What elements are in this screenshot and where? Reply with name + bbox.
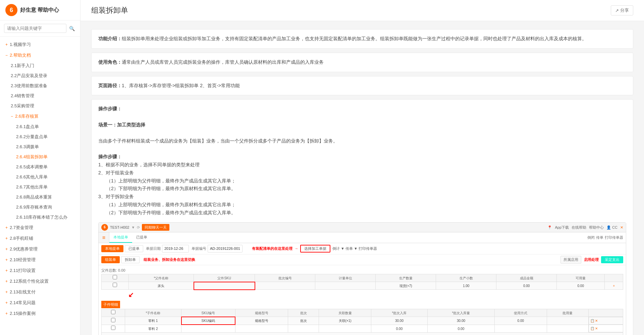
search-box: 🔍 [0, 20, 80, 37]
sidebar-item-2-6-7[interactable]: 2.6.7其他出库单 [0, 182, 80, 192]
expand-icon: + [5, 225, 8, 230]
ss-td-action[interactable]: + [605, 282, 623, 290]
logo-icon: 6 [5, 4, 17, 16]
sidebar-item-2-6[interactable]: − 2.6库存核算 [0, 111, 80, 122]
ss-btd-rel2 [319, 325, 371, 333]
ss-btd-action2[interactable]: 📋✕ [589, 325, 623, 332]
sidebar-item-2-6-3[interactable]: 2.6.3调拨单 [0, 142, 80, 152]
ss-disassemble-btn[interactable]: 拆卸单 [121, 256, 140, 263]
ss-date-label: 单据日期 [146, 245, 161, 252]
sidebar-item-2-7[interactable]: + 2.7资金管理 [0, 222, 80, 233]
sidebar-item-2-15[interactable]: + 2.15操作案例 [0, 308, 80, 319]
expand-icon: + [5, 279, 8, 284]
ss-tab-action-label2: 传单 [596, 234, 603, 241]
ss-bth-action [588, 309, 623, 317]
role-text: 使用角色：通常由生产人员或库管人员完成拆装业务的操作，库管人员确认原材料的出库和… [98, 58, 626, 66]
sidebar-item-2-12[interactable]: + 2.12系统个性化设置 [0, 276, 80, 287]
role-label: 使用角色： [98, 59, 122, 65]
ss-cancel-btn[interactable]: 已提单 [125, 245, 143, 252]
ss-btd-inqty: 30.00 [428, 317, 495, 325]
intro-label: 功能介绍： [98, 36, 122, 41]
ss-empty-row3 [102, 333, 623, 335]
sidebar-item-2-6-2[interactable]: 2.6.2分量盘点单 [0, 132, 80, 142]
sidebar-item-docs[interactable]: − 2.帮助文档 [0, 50, 80, 61]
ss-orange-btn: 同期聊天一天 [142, 224, 169, 231]
sidebar-item-2-6-10[interactable]: 2.6.10库存账本错了怎么办 [0, 212, 80, 222]
sidebar-item-2-8[interactable]: + 2.8手机旺铺 [0, 233, 80, 244]
sidebar-item-label: 2.12系统个性化设置 [10, 278, 49, 284]
ss-sidebar-icon: ≡ [99, 232, 109, 243]
ss-btd-action[interactable]: 📋✕ [589, 317, 623, 325]
sidebar-item-2-6-9[interactable]: 2.6.9库存账本查询 [0, 202, 80, 212]
step3: 3、对于拆卸业务 [98, 193, 626, 201]
ss-tab-action-label3: 打印传单器 [605, 234, 623, 241]
step1: 1、根据不同的业务，选择不同单据的类型来处理 [98, 161, 626, 169]
search-input[interactable] [4, 24, 66, 33]
sidebar-item-2-11[interactable]: + 2.11打印设置 [0, 265, 80, 276]
ss-process-btn[interactable]: 选择加工单据 [300, 245, 330, 253]
sidebar-item-2-3[interactable]: 2.3使用前数据准备 [0, 81, 80, 91]
step3-1: （1）上部明细为父件明细，最终作为原材料生成其它出库单； [98, 201, 626, 209]
screenshot-inner: 6 TEST-H002 ▼ ⟳ 同期聊天一天 📍 App下载 在线帮助 帮助中心… [99, 223, 626, 335]
path-label: 页面路径： [98, 83, 122, 88]
ss-tab-2[interactable]: 已提单 [132, 232, 151, 243]
ss-new-btn[interactable]: 本地提单 [101, 245, 123, 252]
sidebar-item-2-9[interactable]: + 2.9优惠券管理 [0, 244, 80, 255]
ss-td-checkbox [102, 282, 129, 290]
ss-row-check[interactable] [113, 283, 117, 287]
sidebar-item-2-2[interactable]: 2.2产品安装及登录 [0, 71, 80, 81]
path-text: 页面路径：1、库存核算->库存管理->组装拆卸单 2、首页->常用功能 [98, 82, 626, 90]
sidebar-item-2-14[interactable]: + 2.14常见问题 [0, 297, 80, 308]
expand-icon: + [5, 236, 8, 241]
ss-th-batch: 批次编号 [255, 274, 315, 282]
sidebar-item-label: 2.7资金管理 [10, 225, 33, 231]
ss-toolbar-btns: 本地提单 已提单 [101, 245, 143, 252]
share-button[interactable]: ↗ 分享 [611, 5, 633, 15]
ss-btd-inqty2: 0.00 [428, 325, 495, 333]
sidebar-item-2-6-6[interactable]: 2.6.6其他入库单 [0, 172, 80, 182]
sidebar-item-video[interactable]: + 1.视频学习 [0, 39, 80, 50]
ss-btd-check [102, 317, 125, 325]
table-row: 零料 1 SKU编码 规格型号 批次 关联(×1) 30.00 30.00 0.… [102, 317, 623, 325]
ss-toolbar: 本地提单 已提单 单据日期 2019-12-26 单据编号 AD-2019122… [99, 243, 626, 255]
share-label: 分享 [620, 7, 629, 13]
sidebar-item-2-6-5[interactable]: 2.6.5成本调整单 [0, 162, 80, 172]
ss-select-all[interactable] [113, 275, 117, 279]
ss-bth-in: *批次入库 [371, 309, 427, 317]
ss-bth-batchqty: 批用量 [547, 309, 588, 317]
sidebar-item-2-10[interactable]: + 2.10经营管理 [0, 255, 80, 265]
search-button[interactable]: 🔍 [68, 24, 76, 33]
table-row: 床头 现货(+7) 1.00 0.00 0.00 + [102, 282, 623, 290]
ss-date-value[interactable]: 2019-12-26 [162, 245, 189, 253]
ss-bselect-all[interactable] [111, 310, 115, 314]
ss-assemble-btn[interactable]: 组装单 [101, 256, 120, 263]
sidebar-item-2-4[interactable]: 2.4销售管理 [0, 91, 80, 101]
main-content: 组装拆卸单 ↗ 分享 功能介绍：组装拆卸单用来处理企业组装或拆卸等加工业务，支持… [80, 0, 644, 335]
ss-btd-rel: 关联(×1) [319, 317, 371, 325]
sidebar-item-label: 2.8手机旺铺 [10, 235, 33, 241]
ss-tab-1[interactable]: 本地提单 [109, 232, 132, 243]
ss-btd-name: 零料 1 [125, 317, 181, 325]
step2-1: （1）上部明细为父件明细，最终作为产成品生成其它入库单； [98, 177, 626, 185]
intro-body: 组装拆卸单用来处理企业组装或拆卸等加工业务，支持有固定装配清单的产品加工业务，也… [122, 36, 587, 41]
annotation3-text: 组装业务、拆卸业务在这里切换 [144, 257, 195, 263]
sidebar-item-2-5[interactable]: 2.5采购管理 [0, 101, 80, 111]
step2-2: （2）下部明细为子件明细，最终作为原材料生成其它出库单。 [98, 185, 626, 193]
step3-2: （2）下部明细为子件明细，最终作为产成品生成其它入库单。 [98, 209, 626, 217]
ss-confirm-btn[interactable]: 采定支出 [601, 256, 623, 263]
sidebar-item-2-6-4[interactable]: 2.6.4组装拆卸单 [0, 152, 80, 162]
expand-icon: + [5, 42, 8, 47]
ss-btd-batchqty [547, 317, 588, 325]
sidebar-item-2-6-1[interactable]: 2.6.1盘点单 [0, 122, 80, 132]
sidebar-item-2-6-8[interactable]: 2.6.8商品成本重算 [0, 192, 80, 202]
sidebar-item-2-1[interactable]: 2.1新手入门 [0, 61, 80, 71]
ss-btd-name2: 零料 2 [125, 325, 181, 333]
ss-refresh-icon: ⟳ [137, 224, 140, 231]
ss-shop-input[interactable]: 所属店用 [560, 256, 581, 264]
sidebar: 6 好生意 帮助中心 🔍 + 1.视频学习 − 2.帮助文档 2.1新手入门 2… [0, 0, 80, 335]
ss-type-btns: 组装单 拆卸单 [101, 256, 140, 263]
table-row [102, 333, 623, 335]
sidebar-item-2-13[interactable]: + 2.13在线支付 [0, 287, 80, 297]
ss-bth-checkbox [102, 309, 125, 317]
ss-td-qty: 现货(+7) [376, 282, 436, 290]
